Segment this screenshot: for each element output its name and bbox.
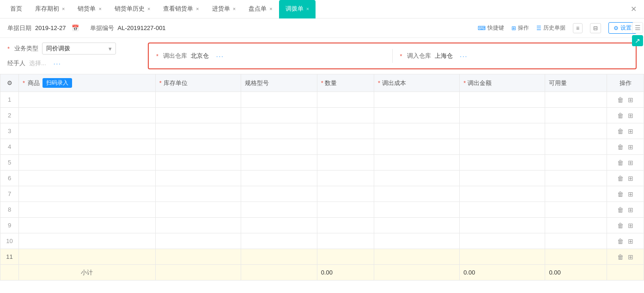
warehouse-out-dots[interactable]: ··· [216,53,224,60]
tab-close-sales-history[interactable]: × [147,6,150,12]
cell-available [545,108,607,123]
subtotal-qty: 0.00 [317,265,374,281]
tab-close-stock-init[interactable]: × [62,6,65,12]
copy-icon[interactable]: ⊞ [628,175,633,182]
delete-icon[interactable]: 🗑 [617,206,624,214]
warehouse-out-star: * [156,53,158,60]
copy-icon[interactable]: ⊞ [628,143,633,151]
tab-sales[interactable]: 销货单 × [71,0,108,18]
cell-amount[interactable] [460,92,545,108]
number-value: AL-20191227-001 [118,24,166,31]
table-row: 2 🗑 ⊞ [0,108,644,123]
copy-icon[interactable]: ⊞ [628,128,633,135]
cell-unit[interactable] [155,92,241,108]
tab-stock-init[interactable]: 库存期初 × [29,0,71,18]
operation-button[interactable]: ⊞ 操作 [511,24,529,32]
side-export-icon[interactable]: ↗ [632,35,643,46]
copy-icon[interactable]: ⊞ [628,238,633,245]
cell-product[interactable] [19,92,156,108]
form-left: * 业务类型 同价调拨 ▾ 经手人 选择... ··· [7,43,137,67]
history-button[interactable]: ☰ 历史单据 [536,24,565,32]
subtotal-total-row: 小计 0.00 0.00 0.00 [0,265,644,281]
copy-icon[interactable]: ⊞ [628,222,633,229]
tab-bar-close-button[interactable]: ✕ [627,5,640,13]
tab-close-purchase[interactable]: × [233,6,236,12]
business-type-star: * [7,45,10,52]
tab-view-sales[interactable]: 查看销货单 × [157,0,205,18]
shortcut-button[interactable]: ⌨ 快捷键 [478,24,504,32]
delete-icon[interactable]: 🗑 [617,128,624,135]
business-type-value: 同价调拨 [46,44,107,53]
copy-icon[interactable]: ⊞ [628,190,633,198]
warehouse-in-dots[interactable]: ··· [460,53,468,60]
warehouse-out-label: 调出仓库 [163,52,187,60]
tab-transfer[interactable]: 调拨单 × [279,0,316,18]
tab-bar: 首页 库存期初 × 销货单 × 销货单历史 × 查看销货单 × 进货单 × 盘点… [0,0,644,18]
warehouse-divider [392,49,393,63]
warehouse-in-star: * [400,53,402,60]
cell-cost[interactable] [374,108,459,123]
cell-qty[interactable] [317,92,374,108]
delete-icon[interactable]: 🗑 [617,222,624,229]
copy-icon[interactable]: ⊞ [628,112,633,119]
delete-icon[interactable]: 🗑 [617,190,624,198]
warehouse-section: * 调出仓库 北京仓 ··· * 调入仓库 上海仓 ··· [148,43,637,69]
delete-icon[interactable]: 🗑 [617,175,624,182]
tab-close-sales[interactable]: × [98,6,101,12]
business-type-select[interactable]: 同价调拨 ▾ [42,43,116,55]
col-unit: * 库存单位 [155,74,241,92]
layout-button-1[interactable]: ≡ [573,23,583,33]
person-dots[interactable]: ··· [54,60,61,67]
delete-icon[interactable]: 🗑 [617,112,624,119]
scan-button[interactable]: 扫码录入 [43,78,72,88]
layout-icon-1: ≡ [576,25,579,31]
cell-spec[interactable] [241,108,317,123]
warehouse-in-label: 调入仓库 [407,52,431,60]
cell-amount[interactable] [460,108,545,123]
copy-icon[interactable]: ⊞ [628,206,633,214]
subtotal-amount: 0.00 [460,265,545,281]
subtotal-available: 0.00 [545,265,607,281]
toolbar-left: 单据日期 2019-12-27 📅 单据编号 AL-20191227-001 [7,24,166,32]
tab-inventory[interactable]: 盘点单 × [242,0,279,18]
toolbar-right: ⌨ 快捷键 ⊞ 操作 ☰ 历史单据 ≡ ⊟ ⚙ 设置 [478,22,637,34]
col-gear[interactable]: ⚙ [0,74,19,92]
copy-icon[interactable]: ⊞ [628,159,633,166]
col-amount: * 调出金额 [460,74,545,92]
cell-qty[interactable] [317,108,374,123]
warehouse-in-value: 上海仓 [435,52,453,60]
table-header-row: ⚙ * 商品 扫码录入 * 库存单位 规格型号 * 数量 [0,74,644,92]
tab-close-view-sales[interactable]: × [196,6,199,12]
subtotal-label: 小计 [19,265,156,281]
copy-icon[interactable]: ⊞ [628,253,633,261]
side-panel: ☰ ↗ [631,18,644,46]
warehouse-out-field: * 调出仓库 北京仓 ··· [156,52,385,60]
tab-home[interactable]: 首页 [4,0,29,18]
delete-icon[interactable]: 🗑 [617,238,624,245]
delete-icon[interactable]: 🗑 [617,143,624,151]
history-icon: ☰ [536,25,541,31]
operation-icon: ⊞ [511,25,516,31]
delete-icon[interactable]: 🗑 [617,96,624,104]
tab-close-transfer[interactable]: × [306,6,309,12]
number-label: 单据编号 [90,24,114,32]
tab-close-inventory[interactable]: × [269,6,272,12]
cell-spec[interactable] [241,92,317,108]
calendar-icon[interactable]: 📅 [72,24,79,31]
side-list-icon[interactable]: ☰ [632,22,643,33]
table-row: 7 🗑 ⊞ [0,186,644,202]
cell-unit[interactable] [155,108,241,123]
copy-icon[interactable]: ⊞ [628,96,633,104]
delete-icon[interactable]: 🗑 [617,159,624,166]
tab-purchase[interactable]: 进货单 × [206,0,242,18]
delete-icon[interactable]: 🗑 [617,253,624,261]
row-num: 1 [0,92,19,108]
layout-button-2[interactable]: ⊟ [590,23,601,33]
cell-product[interactable] [19,108,156,123]
cell-ops: 🗑 ⊞ [607,92,644,108]
cell-cost[interactable] [374,92,459,108]
warehouse-in-field: * 调入仓库 上海仓 ··· [400,52,629,60]
person-placeholder: 选择... [29,59,46,67]
tab-sales-history[interactable]: 销货单历史 × [108,0,157,18]
warehouse-out-value: 北京仓 [191,52,209,60]
